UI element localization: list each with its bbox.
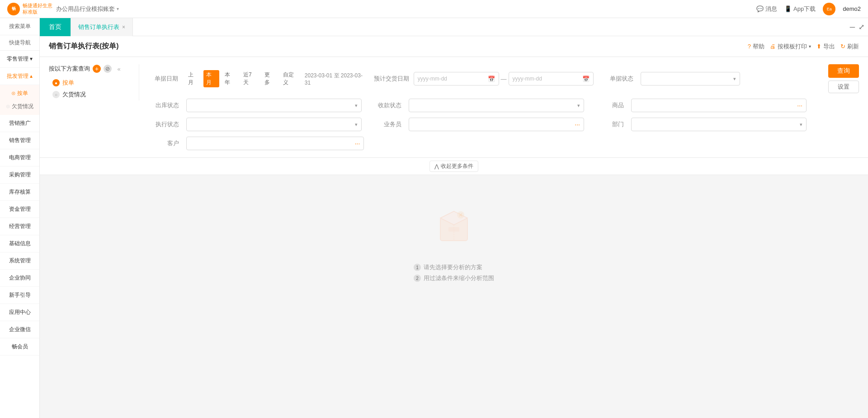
pay-status-select[interactable]: ▾ <box>409 99 584 112</box>
print-template-btn[interactable]: 🖨 按模板打印 ▾ <box>770 43 811 51</box>
collapse-icon: ⋀ <box>434 163 439 170</box>
product-select[interactable]: ··· <box>631 99 807 112</box>
sidebar-item-retail[interactable]: 零售管理 ▾ <box>0 51 39 68</box>
refresh-icon: ↻ <box>840 43 845 50</box>
print-arrow-icon: ▾ <box>809 44 811 49</box>
tip-num-2: 2 <box>414 275 421 282</box>
sidebar-item-inventory[interactable]: 库存核算 <box>0 184 39 201</box>
empty-tips: 1 请先选择要分析的方案 2 用过滤条件来缩小分析范围 <box>414 263 494 282</box>
sidebar-item-by-order[interactable]: ⊙ 按单 <box>0 87 39 100</box>
status-chevron-icon: ▾ <box>733 76 736 82</box>
expected-date-from[interactable]: yyyy-mm-dd 📅 <box>414 72 499 86</box>
message-btn[interactable]: 💬 消息 <box>756 5 777 13</box>
sidebar-item-ecommerce[interactable]: 电商管理 <box>0 149 39 166</box>
expected-date-to[interactable]: yyyy-mm-dd 📅 <box>509 72 594 86</box>
exec-status-select[interactable]: ▾ <box>186 118 362 131</box>
date-label: 单据日期 <box>146 75 182 83</box>
pay-status-label: 收款状态 <box>369 101 405 109</box>
refresh-btn[interactable]: ↻ 刷新 <box>840 43 859 51</box>
exec-status-label: 执行状态 <box>146 120 183 128</box>
sidebar-item-marketing[interactable]: 营销推广 <box>0 115 39 132</box>
calendar-from-icon: 📅 <box>488 76 495 82</box>
user-name[interactable]: demo2 <box>843 5 861 12</box>
empty-tip-1: 1 请先选择要分析的方案 <box>414 263 494 271</box>
sidebar-item-wechat[interactable]: 企业微信 <box>0 321 39 338</box>
export-btn[interactable]: ⬆ 导出 <box>816 43 835 51</box>
collapse-btn[interactable]: ⋀ 收起更多条件 <box>429 161 478 172</box>
sidebar-item-wholesale[interactable]: 批发管理 ▴ <box>0 68 39 85</box>
scheme-dot-inactive: ○ <box>52 91 60 98</box>
print-icon: 🖨 <box>770 43 776 50</box>
sidebar-wholesale-expanded: ⊙ 按单 ⊙ 欠货情况 <box>0 85 39 115</box>
export-icon: ⬆ <box>816 43 821 50</box>
date-custom-btn[interactable]: 自定义 <box>280 70 301 87</box>
phone-icon: 📱 <box>784 5 792 12</box>
app-download-btn[interactable]: 📱 App下载 <box>784 5 816 13</box>
salesperson-dots-icon: ··· <box>575 121 580 128</box>
delivery-status-select[interactable]: ▾ <box>186 99 362 112</box>
content-area: 首页 销售订单执行表 × ─ ⤢ 销售订单执行表(按单) ? <box>40 18 868 418</box>
status-select[interactable]: ▾ <box>641 72 740 86</box>
sidebar-item-newbie[interactable]: 新手引导 <box>0 287 39 304</box>
help-icon: ? <box>748 43 751 50</box>
status-label: 单据状态 <box>601 75 637 83</box>
scheme-del-btn[interactable]: ⊘ <box>104 65 112 73</box>
svg-rect-3 <box>448 227 459 232</box>
industry-selector[interactable]: 办公用品行业模拟账套 ▾ <box>56 5 119 13</box>
empty-tip-2: 2 用过滤条件来缩小分析范围 <box>414 274 494 282</box>
help-btn[interactable]: ? 帮助 <box>748 43 764 51</box>
salesperson-select[interactable]: ··· <box>409 118 584 131</box>
filter-panel: 按以下方案查询 + ⊘ « ● 按单 ○ 欠货情况 <box>40 57 868 158</box>
dept-label: 部门 <box>591 120 627 128</box>
search-action-col: 查询 设置 <box>828 64 859 93</box>
date-range-text: 2023-03-01 至 2023-03-31 <box>305 72 367 86</box>
expected-date-range: yyyy-mm-dd 📅 — yyyy-mm-dd 📅 <box>414 72 594 86</box>
calendar-to-icon: 📅 <box>582 76 590 82</box>
sidebar-item-finance[interactable]: 资金管理 <box>0 201 39 218</box>
avatar: Ea <box>823 3 835 15</box>
logo-icon: 畅 <box>7 3 20 15</box>
tab-bar: 首页 销售订单执行表 × ─ ⤢ <box>40 18 868 36</box>
scheme-header: 按以下方案查询 + ⊘ « <box>49 64 133 73</box>
salesperson-label: 业务员 <box>369 120 405 128</box>
sidebar-search[interactable]: 搜索菜单 <box>0 18 39 35</box>
date-current-btn[interactable]: 本月 <box>203 70 219 87</box>
sidebar-item-operations[interactable]: 经营管理 <box>0 218 39 235</box>
tab-home[interactable]: 首页 <box>40 18 71 36</box>
filter-fields: 单据日期 上月 本月 本年 近7天 更多 自定义 <box>139 64 859 150</box>
date-prev-btn[interactable]: 上月 <box>185 70 201 87</box>
brand-text: 畅捷通好生意 标准版 <box>23 3 52 14</box>
sidebar-item-sales[interactable]: 销售管理 <box>0 132 39 149</box>
product-dots-icon: ··· <box>797 102 802 109</box>
settings-btn[interactable]: 设置 <box>828 81 859 93</box>
tab-maximize-btn[interactable]: ⤢ <box>859 23 864 31</box>
sidebar-item-purchase[interactable]: 采购管理 <box>0 166 39 184</box>
scheme-collapse-btn[interactable]: « <box>114 64 123 73</box>
tab-close-btn[interactable]: × <box>122 24 125 30</box>
date-more-btn[interactable]: 更多 <box>262 70 278 87</box>
date-last7-btn[interactable]: 近7天 <box>241 70 259 87</box>
scheme-item-shortage[interactable]: ○ 欠货情况 <box>49 89 133 100</box>
sidebar-item-basic-info[interactable]: 基础信息 <box>0 235 39 252</box>
empty-state: 1 请先选择要分析的方案 2 用过滤条件来缩小分析范围 <box>40 175 868 309</box>
tab-sales-order[interactable]: 销售订单执行表 × <box>71 18 133 36</box>
sidebar-item-enterprise[interactable]: 企业协同 <box>0 270 39 287</box>
sidebar-quick-nav[interactable]: 快捷导航 <box>0 35 39 51</box>
sidebar-item-app-center[interactable]: 应用中心 <box>0 304 39 321</box>
sidebar-item-system[interactable]: 系统管理 <box>0 252 39 270</box>
search-btn[interactable]: 查询 <box>828 64 859 78</box>
customer-select[interactable]: ··· <box>186 137 364 150</box>
scheme-dot-active: ● <box>52 79 60 86</box>
empty-illustration <box>431 202 476 256</box>
tip-num-1: 1 <box>414 264 421 271</box>
dept-select[interactable]: ▾ <box>631 118 807 131</box>
tab-minimize-btn[interactable]: ─ <box>850 23 855 31</box>
scheme-item-byorder[interactable]: ● 按单 <box>49 77 133 89</box>
date-thisyear-btn[interactable]: 本年 <box>222 70 238 87</box>
customer-label: 客户 <box>146 139 183 147</box>
sidebar-item-shortage[interactable]: ⊙ 欠货情况 <box>0 100 39 113</box>
message-icon: 💬 <box>756 5 764 12</box>
page-title: 销售订单执行表(按单) <box>49 42 119 51</box>
scheme-add-btn[interactable]: + <box>93 65 101 73</box>
sidebar-item-member[interactable]: 畅会员 <box>0 338 39 356</box>
